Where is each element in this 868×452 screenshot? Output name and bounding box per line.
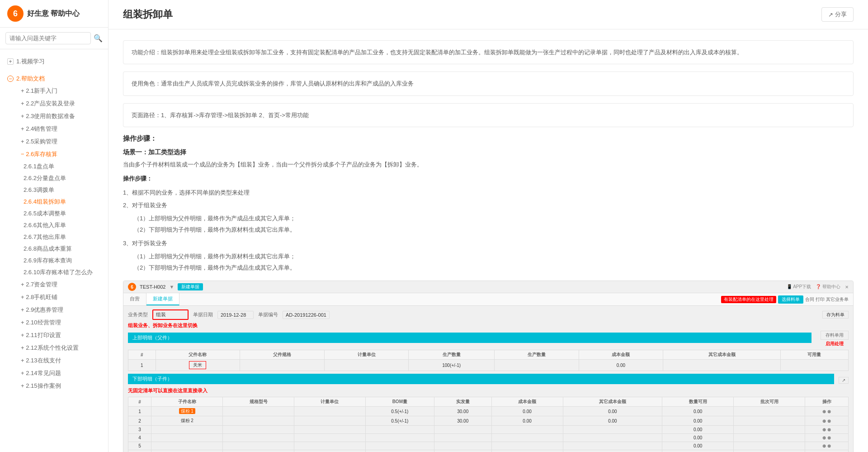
mock-annotation-badge: 有装配清单的在这里处理 xyxy=(721,296,776,303)
mock-btd-row-6: 60.00⊕ ⊗ xyxy=(128,450,849,452)
search-input[interactable] xyxy=(5,32,91,44)
expand-icon-2-15: + xyxy=(21,382,24,389)
sidebar-item-2-3[interactable]: + 2.3使用前数据准备 xyxy=(16,110,101,123)
sidebar-item-2-10[interactable]: + 2.10经营管理 xyxy=(16,316,101,329)
mock-date-label: 单据日期 xyxy=(193,311,213,318)
intro-box-1: 功能介绍：组装拆卸单用来处理企业组装或拆卸等加工业务，支持有固定装配清单的产品加… xyxy=(123,40,854,64)
sidebar-item-2-12[interactable]: + 2.12系统个性化设置 xyxy=(16,342,101,354)
mock-top-section-header: 上部明细（父件） xyxy=(128,333,811,343)
main-header: 组装拆卸单 ↗ 分享 xyxy=(108,0,868,29)
scene1-label: 场景一：加工类型选择 xyxy=(123,148,854,157)
expand-icon-1: + xyxy=(7,58,14,65)
sidebar-item-2-13[interactable]: + 2.13在线支付 xyxy=(16,354,101,367)
steps-label: 操作步骤： xyxy=(123,173,854,185)
expand-icon-2-7: + xyxy=(21,281,24,288)
mock-icon-help: ❓ 帮助中心 xyxy=(816,284,840,290)
sidebar-item-2-4[interactable]: + 2.4销售管理 xyxy=(16,123,101,135)
mock-number-value[interactable]: AD-20191226-001 xyxy=(283,311,330,319)
logo-text: 好生意 帮助中心 xyxy=(27,9,80,19)
sidebar-item-2-6-3[interactable]: 2.6.3调拨单 xyxy=(24,184,101,196)
mock-stock-btn[interactable]: 存为料单 xyxy=(822,311,849,319)
mock-topbar: 6 TEST-H002 ▼ 新建单据 📱 APP下载 ❓ 帮助中心 ✕ xyxy=(123,281,853,293)
sidebar-item-2-6-4[interactable]: 2.6.4组装拆卸单 xyxy=(24,196,101,208)
mock-bom-btn[interactable]: 选择料单 xyxy=(778,295,803,304)
mock-btd-row-4: 40.00⊕ ⊗ xyxy=(128,434,849,442)
expand-icon-2-13: + xyxy=(21,357,24,364)
collapse-icon-2-6: − xyxy=(21,151,24,157)
mock-th-other-cost: 其它成本金额 xyxy=(663,350,781,360)
sidebar-deep-items-2-6: 2.6.1盘点单 2.6.2分量盘点单 2.6.3调拨单 2.6.4组装拆卸单 … xyxy=(16,161,101,278)
expand-icon-2-11: + xyxy=(21,332,24,338)
mock-th-unit: 计量单位 xyxy=(324,350,409,360)
mock-bth-ocost: 其它成本金额 xyxy=(563,397,662,407)
mock-bottom-section-row: 下部明细（子件） ↗ xyxy=(128,374,849,386)
mock-copy-btn[interactable]: ↗ xyxy=(839,377,849,384)
sidebar-item-2-6-9[interactable]: 2.6.9库存账本查询 xyxy=(24,255,101,266)
mock-tab-ziying[interactable]: 自营 xyxy=(123,293,146,305)
collapse-icon-2: − xyxy=(7,76,14,82)
mock-nav-tabs: 自营 新建单据 有装配清单的在这里处理 选择料单 合同 打印 其它业务单 xyxy=(123,293,853,306)
mock-form-row-1: 业务类型 组装 单据日期 2019-12-28 单据编号 AD-20191226… xyxy=(128,309,849,320)
mock-annotation-row: 组装业务、拆卸业务在这里切换 xyxy=(128,322,849,329)
mock-bth-op: 操作 xyxy=(805,397,849,407)
mock-type-value[interactable]: 组装 xyxy=(152,309,189,320)
sidebar-item-2-9[interactable]: + 2.9优惠券管理 xyxy=(16,304,101,316)
mock-annotation-3-container: 存料单用 启用处理 xyxy=(821,331,849,347)
mock-annotation-4: 无固定清单可以直接在这里直接录入 xyxy=(128,387,849,394)
mock-qiyong-btn[interactable]: 存料单用 xyxy=(821,331,849,340)
mock-tab-new[interactable]: 新建单据 xyxy=(146,293,179,305)
mock-bth-actual: 实发量 xyxy=(434,397,491,407)
mock-icon-app: 📱 APP下载 xyxy=(787,284,811,290)
sidebar-item-2-11[interactable]: + 2.11打印设置 xyxy=(16,329,101,342)
sidebar-item-2-6[interactable]: − 2.6库存核算 xyxy=(16,148,101,161)
sidebar-item-2-6-2[interactable]: 2.6.2分量盘点单 xyxy=(24,172,101,184)
mock-new-btn[interactable]: 新建单据 xyxy=(178,283,203,290)
sidebar-item-2-5[interactable]: + 2.5采购管理 xyxy=(16,135,101,148)
mock-annotation-2: 组装业务、拆卸业务在这里切换 xyxy=(128,323,198,328)
sidebar-logo: 6 好生意 帮助中心 xyxy=(0,0,108,28)
step-2: 2、对于组装业务 xyxy=(123,200,854,211)
sidebar-item-2-15[interactable]: + 2.15操作案例 xyxy=(16,380,101,392)
expand-icon-2-14: + xyxy=(21,370,24,376)
step-2-sub1: （1）上部明细为父件明细，最终作为产成品生成其它入库单； xyxy=(123,213,854,224)
sidebar-item-2-6-5[interactable]: 2.6.5成本调整单 xyxy=(24,208,101,219)
mock-annotation-3: 启用处理 xyxy=(826,341,844,347)
expand-icon-2-2: + xyxy=(21,100,24,107)
mock-th-num: # xyxy=(128,350,156,360)
mock-top-table-row-1: 1 关米 100(+/-1) 0.00 xyxy=(128,360,849,371)
mock-btd-row-3: 30.00⊕ ⊗ xyxy=(128,426,849,434)
mock-td-1-name: 关米 xyxy=(156,360,240,371)
sidebar-item-2-14[interactable]: + 2.14常见问题 xyxy=(16,367,101,380)
mock-close[interactable]: ✕ xyxy=(845,285,849,290)
sidebar-section-1: + 1.视频学习 xyxy=(0,53,108,70)
sidebar-item-2-6-1[interactable]: 2.6.1盘点单 xyxy=(24,161,101,172)
sidebar-item-2-6-10[interactable]: 2.6.10库存账本错了怎么办 xyxy=(24,266,101,278)
operations-title: 操作步骤： xyxy=(123,134,854,143)
expand-icon-2-5: + xyxy=(21,138,24,145)
mock-bth-bom: BOM量 xyxy=(365,397,434,407)
intro-box-3: 页面路径：1、库存核算->库存管理->组装拆卸单 2、首页->常用功能 xyxy=(123,103,854,127)
mock-company: TEST-H002 xyxy=(140,284,165,290)
sidebar-item-2-6-7[interactable]: 2.6.7其他出库单 xyxy=(24,231,101,243)
mock-td-1-spec xyxy=(240,360,325,371)
expand-icon-2-4: + xyxy=(21,125,24,132)
screenshot-inner: 6 TEST-H002 ▼ 新建单据 📱 APP下载 ❓ 帮助中心 ✕ 自营 新… xyxy=(123,281,853,452)
mock-date-value[interactable]: 2019-12-28 xyxy=(217,311,254,319)
sidebar-item-2-1[interactable]: + 2.1新手入门 xyxy=(16,85,101,97)
mock-tab-actions: 有装配清单的在这里处理 选择料单 合同 打印 其它业务单 xyxy=(179,293,853,305)
sidebar-item-2-2[interactable]: + 2.2产品安装及登录 xyxy=(16,97,101,110)
mock-form-area: 业务类型 组装 单据日期 2019-12-28 单据编号 AD-20191226… xyxy=(123,306,853,452)
sidebar-item-2-6-8[interactable]: 2.6.8商品成本重算 xyxy=(24,243,101,255)
sidebar-section-2: − 2.帮助文档 + 2.1新手入门 + 2.2产品安装及登录 + 2.3使用前… xyxy=(0,70,108,395)
sidebar-section-2-title[interactable]: − 2.帮助文档 xyxy=(7,73,101,85)
sidebar-item-2-8[interactable]: + 2.8手机旺铺 xyxy=(16,291,101,304)
expand-icon-2-9: + xyxy=(21,306,24,313)
sidebar-item-2-6-6[interactable]: 2.6.6其他入库单 xyxy=(24,219,101,231)
mock-td-1-unit xyxy=(324,360,409,371)
mock-th-parent-spec: 父件规格 xyxy=(240,350,325,360)
sidebar-search-container: 🔍 xyxy=(0,28,108,49)
sidebar-item-2-7[interactable]: + 2.7资金管理 xyxy=(16,278,101,291)
search-button[interactable]: 🔍 xyxy=(94,34,103,43)
share-button[interactable]: ↗ 分享 xyxy=(821,7,854,22)
sidebar-section-1-title[interactable]: + 1.视频学习 xyxy=(7,56,101,67)
